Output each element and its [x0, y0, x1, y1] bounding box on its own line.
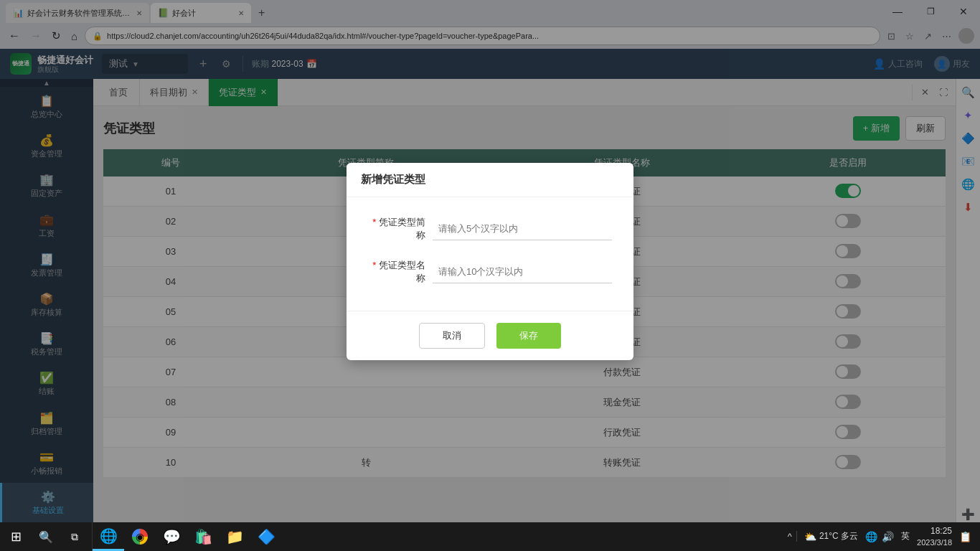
full-name-input[interactable] — [433, 260, 612, 283]
tray-icons[interactable]: ^ — [783, 531, 797, 542]
sound-icon[interactable]: 🔊 — [882, 531, 894, 542]
taskbar-time: 18:25 2023/3/18 — [917, 526, 952, 547]
weather-icon: ⛅ — [804, 531, 816, 542]
modal-footer: 取消 保存 — [347, 311, 633, 360]
modal-overlay: 新增凭证类型 * 凭证类型简称 * 凭证类型名称 — [0, 0, 980, 522]
network-icon[interactable]: 🌐 — [865, 531, 877, 542]
taskbar-app-wechat[interactable]: 💬 — [156, 522, 187, 551]
taskbar-weather[interactable]: ⛅ 21°C 多云 — [801, 530, 861, 542]
taskbar-app-edge[interactable]: 🌐 — [93, 522, 124, 551]
weather-text: 21°C 多云 — [819, 530, 858, 542]
taskbar-app-chrome[interactable]: ◉ — [124, 522, 156, 551]
short-name-input[interactable] — [433, 217, 612, 240]
start-button[interactable]: ⊞ — [0, 522, 32, 551]
lang-indicator[interactable]: 英 — [898, 530, 913, 542]
cancel-button[interactable]: 取消 — [419, 323, 485, 349]
notification-button[interactable]: 📋 — [956, 531, 974, 542]
taskbar-app-edge2[interactable]: 🔷 — [250, 522, 282, 551]
taskbar: ⊞ 🔍 ⧉ 🌐 ◉ 💬 🛍️ 📁 🔷 — [0, 522, 980, 551]
taskbar-app-store[interactable]: 🛍️ — [187, 522, 219, 551]
chevron-up-icon[interactable]: ^ — [788, 531, 792, 542]
taskbar-app-files[interactable]: 📁 — [219, 522, 250, 551]
save-button[interactable]: 保存 — [496, 323, 561, 349]
full-name-label: * 凭证类型名称 — [368, 259, 433, 285]
modal: 新增凭证类型 * 凭证类型简称 * 凭证类型名称 — [347, 163, 633, 360]
taskview-button[interactable]: ⧉ — [60, 522, 89, 551]
modal-body: * 凭证类型简称 * 凭证类型名称 — [347, 197, 633, 311]
taskbar-search[interactable]: 🔍 — [32, 522, 60, 551]
short-name-label: * 凭证类型简称 — [368, 216, 433, 242]
modal-header: 新增凭证类型 — [347, 163, 633, 197]
